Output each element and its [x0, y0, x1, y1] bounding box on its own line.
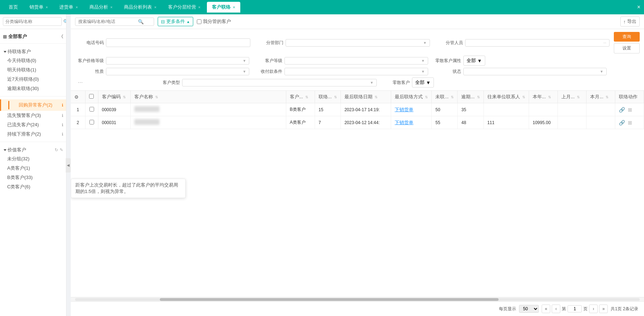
th-thisyear[interactable]: 本年... ⇅ — [529, 91, 558, 103]
th-name[interactable]: 客户名称 ⇅ — [130, 91, 286, 103]
row2-grid-icon[interactable]: ⊞ — [628, 120, 632, 126]
nav-tab-home[interactable]: 首页 — [4, 2, 23, 13]
retail-customer-select[interactable]: 全部 ▼ — [412, 77, 434, 88]
next-page-btn[interactable]: › — [589, 305, 598, 313]
row1-grid-icon[interactable]: ⊞ — [628, 107, 632, 113]
main-search-input[interactable] — [78, 19, 136, 24]
th-index: ⚙ — [71, 91, 85, 103]
row1-method[interactable]: 下销货单 — [391, 103, 431, 116]
close-segmentation-tab[interactable]: × — [198, 5, 200, 9]
info-icon-churn-warning[interactable]: ℹ — [62, 113, 63, 118]
table-header-row: ⚙ 客户编码 ⇅ 客户名称 ⇅ — [71, 91, 644, 103]
sort-code-icon: ⇅ — [123, 95, 126, 99]
nav-tab-product-list[interactable]: 商品分析列表 × — [119, 2, 161, 13]
settings-button[interactable]: 设置 — [614, 43, 640, 53]
my-customers-filter[interactable]: 我分管的客户 — [197, 18, 231, 25]
th-type[interactable]: 客户... ⇅ — [286, 91, 315, 103]
nav-tab-purchase[interactable]: 进货单 × — [54, 2, 83, 13]
gender-select[interactable]: ▼ — [106, 68, 249, 75]
row1-link-icon[interactable]: 🔗 — [619, 107, 625, 113]
first-page-btn[interactable]: « — [542, 305, 550, 313]
sidebar-item-7days[interactable]: 近7天待联络(0) — [0, 75, 66, 84]
reload-icon[interactable]: ↻ — [55, 147, 58, 152]
info-icon-churned[interactable]: ℹ — [62, 123, 63, 127]
th-thismonth[interactable]: 本月... ⇅ — [587, 91, 615, 103]
th-date[interactable]: 最后联络日期 ⇅ — [340, 91, 391, 103]
waiting-section-header[interactable]: 待联络客户 — [0, 47, 66, 56]
row1-method-link[interactable]: 下销货单 — [395, 107, 413, 112]
export-button[interactable]: ↑ 导出 — [620, 16, 640, 27]
sidebar-collapse-icon[interactable]: 《 — [59, 34, 63, 40]
sidebar-item-class-c[interactable]: C类客户(6) — [0, 182, 66, 192]
manager-select[interactable]: ··· — [465, 39, 610, 47]
close-all-tabs[interactable]: × — [637, 4, 640, 10]
prev-page-btn[interactable]: ‹ — [552, 305, 560, 313]
sidebar-item-churned[interactable]: 已流失客户(24) ℹ — [0, 120, 66, 129]
sidebar-collapse-button[interactable]: ◀ — [66, 158, 71, 173]
nav-tab-product-analysis[interactable]: 商品分析 × — [84, 2, 117, 13]
sidebar-item-overdue[interactable]: 逾期未联络(30) — [0, 84, 66, 93]
close-product-analysis-tab[interactable]: × — [110, 5, 112, 9]
th-code[interactable]: 客户编码 ⇅ — [98, 91, 130, 103]
query-button[interactable]: 查询 — [614, 32, 640, 42]
sidebar-item-today[interactable]: 今天待联络(0) — [0, 56, 66, 65]
payment-select[interactable]: ▼ — [284, 68, 428, 75]
sidebar-root[interactable]: ⊞ 全部客户 《 — [0, 31, 66, 42]
close-product-list-tab[interactable]: × — [154, 5, 156, 9]
close-contact-tab[interactable]: × — [233, 5, 235, 9]
nav-tab-customer-contact[interactable]: 客户联络 × — [207, 2, 240, 13]
page-navigation: « ‹ 第 页 › » — [542, 305, 608, 313]
close-purchase-tab[interactable]: × — [75, 5, 78, 9]
sidebar-item-churn-warning[interactable]: 流失预警客户(3) ℹ — [0, 111, 66, 120]
more-conditions-btn[interactable]: ⊟ 更多条件 ▲ — [158, 17, 193, 26]
customer-type-select[interactable]: ▼ — [182, 79, 377, 86]
my-customers-checkbox[interactable] — [197, 19, 201, 24]
main-search-icon[interactable]: 🔍 — [138, 19, 144, 24]
row2-thismonth — [587, 116, 615, 129]
nav-tab-customer-segmentation[interactable]: 客户分层经营 × — [163, 2, 205, 13]
th-contact[interactable]: 联络... ⇅ — [315, 91, 340, 103]
page-number-input[interactable] — [567, 305, 582, 312]
info-icon-declining[interactable]: ℹ — [62, 132, 63, 137]
th-lastmonth[interactable]: 上月... ⇅ — [558, 91, 587, 103]
price-level-select[interactable]: ▼ — [106, 57, 249, 65]
close-sales-tab[interactable]: × — [46, 5, 48, 9]
sidebar-item-repurchase-abnormal[interactable]: 回购异常客户(2) ℹ — [0, 99, 66, 111]
value-section-header[interactable]: 价值客户 ↻ ✎ — [0, 145, 66, 154]
sidebar-search-icon[interactable]: 🔍 — [63, 19, 66, 24]
row2-method-link[interactable]: 下销货单 — [395, 120, 413, 125]
retail-attr-select[interactable]: 全部 ▼ — [463, 56, 485, 66]
scroll-thumb[interactable] — [160, 298, 499, 301]
status-select[interactable]: ▼ — [463, 68, 607, 75]
customer-level-select[interactable]: ▼ — [284, 57, 428, 65]
horizontal-scrollbar[interactable] — [71, 297, 644, 301]
dept-select[interactable]: ▼ — [286, 39, 430, 47]
th-check[interactable] — [85, 91, 98, 103]
sidebar-item-tomorrow[interactable]: 明天待联络(1) — [0, 65, 66, 75]
sidebar-item-ungrouped[interactable]: 未分组(32) — [0, 154, 66, 164]
th-partner[interactable]: 往来单位联系人 ⇅ — [483, 91, 529, 103]
sidebar-search-input[interactable] — [3, 17, 62, 26]
th-method[interactable]: 最后联络方式 ⇅ — [391, 91, 431, 103]
th-overdue[interactable]: 逾期... ⇅ — [458, 91, 483, 103]
sidebar-item-class-a[interactable]: A类客户(1) — [0, 164, 66, 173]
info-icon-repurchase[interactable]: ℹ — [62, 103, 63, 108]
column-settings-icon[interactable]: ⚙ — [74, 94, 79, 100]
last-page-btn[interactable]: » — [599, 305, 608, 313]
row2-lastmonth — [558, 116, 587, 129]
nav-tab-sales[interactable]: 销货单 × — [24, 2, 53, 13]
th-uncontacted[interactable]: 未联... ⇅ — [432, 91, 458, 103]
select-all-checkbox[interactable] — [89, 94, 94, 99]
per-page-select[interactable]: 50 20 100 — [519, 305, 539, 313]
row2-method[interactable]: 下销货单 — [391, 116, 431, 129]
row2-check[interactable] — [85, 116, 98, 129]
edit-value-icon[interactable]: ✎ — [60, 147, 63, 152]
sidebar-item-class-b[interactable]: B类客户(33) — [0, 173, 66, 182]
phone-input[interactable] — [106, 38, 250, 47]
more-filters-dots[interactable]: ··· — [75, 79, 85, 86]
row2-checkbox[interactable] — [89, 120, 94, 124]
row1-check[interactable] — [85, 103, 98, 116]
sidebar-item-declining[interactable]: 持续下滑客户(2) ℹ — [0, 129, 66, 139]
row2-link-icon[interactable]: 🔗 — [619, 120, 625, 126]
row1-checkbox[interactable] — [89, 107, 94, 112]
